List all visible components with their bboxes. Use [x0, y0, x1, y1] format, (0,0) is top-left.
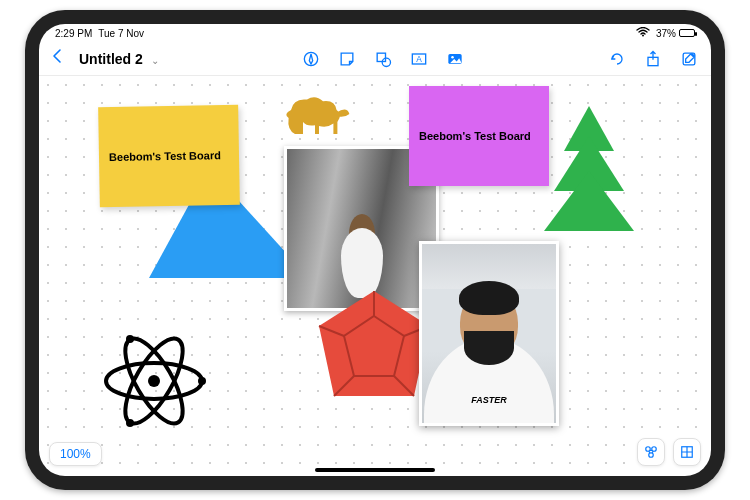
svg-point-3: [382, 58, 390, 66]
sticky-note-text: Beebom's Test Board: [109, 149, 221, 163]
svg-point-23: [126, 335, 134, 343]
shirt-text: FASTER: [471, 395, 507, 405]
bottom-right-controls: [637, 438, 701, 466]
grid-toggle-button[interactable]: [673, 438, 701, 466]
svg-point-21: [198, 377, 206, 385]
freeform-canvas[interactable]: Beebom's Test Board Beebom's Test Board: [39, 76, 711, 476]
sticker-atom[interactable]: [99, 326, 209, 436]
zoom-level-button[interactable]: 100%: [49, 442, 102, 466]
home-indicator[interactable]: [315, 468, 435, 472]
text-tool-button[interactable]: A: [409, 49, 429, 69]
wifi-icon: [636, 27, 650, 39]
media-tool-button[interactable]: [445, 49, 465, 69]
zoom-value: 100%: [60, 447, 91, 461]
sticky-note-yellow[interactable]: Beebom's Test Board: [98, 105, 240, 207]
ipad-frame: 2:29 PM Tue 7 Nov 37% Untitled 2: [25, 10, 725, 490]
sticky-note-tool-button[interactable]: [337, 49, 357, 69]
collaboration-button[interactable]: [637, 438, 665, 466]
svg-text:A: A: [416, 54, 422, 64]
new-board-button[interactable]: [679, 49, 699, 69]
svg-point-7: [451, 56, 454, 59]
share-button[interactable]: [643, 49, 663, 69]
svg-point-20: [148, 375, 160, 387]
shape-tree[interactable]: [549, 106, 629, 236]
screen: 2:29 PM Tue 7 Nov 37% Untitled 2: [39, 24, 711, 476]
status-date: Tue 7 Nov: [98, 28, 144, 39]
svg-point-26: [649, 453, 654, 458]
svg-point-22: [126, 419, 134, 427]
sticky-note-magenta[interactable]: Beebom's Test Board: [409, 86, 549, 186]
toolbar: Untitled 2 ⌄ A: [39, 42, 711, 76]
status-time: 2:29 PM: [55, 28, 92, 39]
svg-point-0: [642, 35, 644, 37]
pen-tool-button[interactable]: [301, 49, 321, 69]
sticky-note-text: Beebom's Test Board: [419, 130, 531, 142]
sticker-lion[interactable]: [279, 88, 359, 148]
svg-rect-2: [377, 53, 385, 61]
board-title[interactable]: Untitled 2: [79, 51, 143, 67]
title-dropdown-icon[interactable]: ⌄: [151, 55, 159, 66]
status-bar: 2:29 PM Tue 7 Nov 37%: [39, 24, 711, 42]
photo-selfie-2[interactable]: FASTER: [419, 241, 559, 426]
shape-tool-button[interactable]: [373, 49, 393, 69]
battery-pct: 37%: [656, 28, 676, 39]
undo-button[interactable]: [607, 49, 627, 69]
back-button[interactable]: [51, 48, 63, 69]
battery-indicator: 37%: [656, 28, 695, 39]
